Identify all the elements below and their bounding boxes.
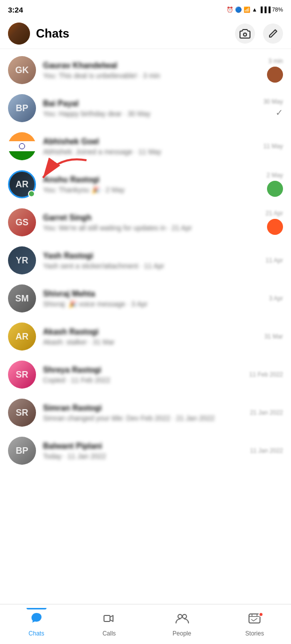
chat-item[interactable]: AR Anshu Rastogi You: Thankyou 🎉 · 2 May… <box>0 165 291 203</box>
chat-time: 11 Feb 2022 <box>250 371 283 378</box>
chat-preview: Shivraj: 🎉 voice message · 3 Apr <box>43 300 265 308</box>
active-indicator <box>26 608 46 609</box>
chat-time: 3 min <box>268 58 283 65</box>
stories-badge <box>258 612 264 617</box>
chat-name: Yash Rastogi <box>43 251 262 260</box>
camera-button[interactable] <box>235 24 255 44</box>
chat-content: Simran Rastogi Simran changed your title… <box>43 404 246 422</box>
chat-preview: You: This deal is unbelievable! · 3 min <box>43 72 263 80</box>
chat-content: Anshu Rastogi You: Thankyou 🎉 · 2 May <box>43 175 262 194</box>
right-avatar <box>267 219 283 235</box>
chat-item[interactable]: BP Bai Payal You: Happy birthday dear · … <box>0 89 291 127</box>
people-nav-label: People <box>172 630 191 637</box>
bottom-navigation: Chats Calls People <box>0 604 291 644</box>
chat-time: 11 May <box>264 143 283 150</box>
nav-item-people[interactable]: People <box>146 608 218 641</box>
chat-name: Akash Rastogi <box>43 328 260 337</box>
stories-nav-label: Stories <box>246 630 264 637</box>
chat-meta: 3 Apr <box>269 295 283 302</box>
chat-time: 11 Jan 2022 <box>250 447 283 454</box>
chats-nav-icon <box>30 612 43 628</box>
chat-preview: You: Thankyou 🎉 · 2 May <box>43 186 262 194</box>
avatar-wrap: YR <box>8 246 36 274</box>
chat-meta: 30 May ✓ <box>264 98 283 118</box>
avatar-wrap: BP <box>8 94 36 122</box>
chat-content: Garret Singh You: We're all still waitin… <box>43 213 262 232</box>
svg-point-3 <box>178 614 182 618</box>
chat-content: Bai Payal You: Happy birthday dear · 30 … <box>43 99 260 118</box>
svg-point-0 <box>244 33 246 36</box>
chat-content: Abhishek Goel Abhishek: Joined a message… <box>43 137 260 156</box>
chat-name: Balwant Piplani <box>43 442 246 451</box>
chat-time: 21 Apr <box>266 210 283 217</box>
chat-time: 3 Apr <box>269 295 283 302</box>
camera-icon <box>240 29 250 39</box>
nav-item-chats[interactable]: Chats <box>0 608 73 641</box>
online-indicator <box>28 190 35 197</box>
alarm-icon: ⏰ <box>226 7 234 13</box>
chat-meta: 11 Jan 2022 <box>250 447 283 454</box>
status-bar: 3:24 ⏰ 🔵 📶 ▲ ▐▐▐ 78% <box>0 0 291 18</box>
chat-content: Akash Rastogi Akash: stalker · 31 Mar <box>43 328 260 346</box>
battery-icon: 78% <box>272 7 283 13</box>
chats-nav-label: Chats <box>28 630 44 637</box>
chat-preview: Simran changed your title: Dev Feb 2022 … <box>43 414 246 422</box>
chat-name: Shivraj Mehta <box>43 289 265 298</box>
chat-preview: Akash: stalker · 31 Mar <box>43 338 260 346</box>
chat-item[interactable]: BP Balwant Piplani Today · 11 Jan 2022 1… <box>0 432 291 470</box>
chat-preview: Yash sent a sticker/attachment · 11 Apr <box>43 262 262 270</box>
chat-item[interactable]: SR Shreya Rastogi Copied · 11 Feb 2022 1… <box>0 356 291 394</box>
edit-icon <box>268 29 278 39</box>
nav-item-calls[interactable]: Calls <box>73 608 146 641</box>
chat-item[interactable]: Abhishek Goel Abhishek: Joined a message… <box>0 127 291 165</box>
wifi-icon: ▲ <box>252 7 258 13</box>
chat-preview: Today · 11 Jan 2022 <box>43 452 246 460</box>
avatar-wrap: AR <box>8 170 36 198</box>
edit-button[interactable] <box>263 24 283 44</box>
chat-content: Balwant Piplani Today · 11 Jan 2022 <box>43 442 246 460</box>
chat-item[interactable]: GK Gaurav Khandelwal You: This deal is u… <box>0 51 291 89</box>
chat-name: Anshu Rastogi <box>43 175 262 184</box>
chat-preview: Abhishek: Joined a message · 11 May <box>43 148 260 156</box>
chat-content: Gaurav Khandelwal You: This deal is unbe… <box>43 61 263 80</box>
chat-content: Shreya Rastogi Copied · 11 Feb 2022 <box>43 366 246 384</box>
people-nav-icon <box>175 612 189 628</box>
nav-item-stories[interactable]: Stories <box>218 608 292 641</box>
chat-meta: 3 min <box>267 58 283 83</box>
chat-name: Abhishek Goel <box>43 137 260 146</box>
chat-time: 30 May <box>264 98 283 105</box>
chat-list: GK Gaurav Khandelwal You: This deal is u… <box>0 49 291 472</box>
bluetooth-icon: 🔵 <box>235 7 242 13</box>
chat-item[interactable]: GS Garret Singh You: We're all still wai… <box>0 203 291 241</box>
chat-item[interactable]: AR Akash Rastogi Akash: stalker · 31 Mar… <box>0 317 291 356</box>
chat-meta: 2 May <box>266 172 283 197</box>
phone-signal-icon: 📶 <box>244 7 250 13</box>
svg-point-4 <box>182 614 186 618</box>
chat-item[interactable]: YR Yash Rastogi Yash sent a sticker/atta… <box>0 241 291 279</box>
chat-name: Simran Rastogi <box>43 404 246 413</box>
chat-preview: You: We're all still waiting for updates… <box>43 224 262 232</box>
chat-name: Bai Payal <box>43 99 260 108</box>
chat-preview: Copied · 11 Feb 2022 <box>43 376 246 384</box>
status-icons: ⏰ 🔵 📶 ▲ ▐▐▐ 78% <box>226 7 283 13</box>
chat-item[interactable]: SM Shivraj Mehta Shivraj: 🎉 voice messag… <box>0 279 291 317</box>
chat-name: Garret Singh <box>43 213 262 222</box>
calls-nav-label: Calls <box>102 630 116 637</box>
calls-nav-icon <box>102 612 116 628</box>
avatar-wrap <box>8 132 36 160</box>
chat-name: Gaurav Khandelwal <box>43 61 263 70</box>
chat-meta: 31 Mar <box>264 333 283 340</box>
chat-content: Yash Rastogi Yash sent a sticker/attachm… <box>43 251 262 270</box>
avatar-wrap: SM <box>8 284 36 312</box>
header: Chats <box>0 18 291 49</box>
avatar-wrap: GS <box>8 208 36 236</box>
chat-item[interactable]: SR Simran Rastogi Simran changed your ti… <box>0 394 291 432</box>
header-actions <box>235 24 283 44</box>
avatar-wrap: SR <box>8 361 36 389</box>
chat-name: Shreya Rastogi <box>43 366 246 375</box>
avatar[interactable] <box>8 23 30 45</box>
chat-time: 2 May <box>266 172 283 179</box>
chat-meta: 11 Apr <box>266 257 283 264</box>
status-time: 3:24 <box>8 6 23 14</box>
read-check-icon: ✓ <box>276 107 283 118</box>
